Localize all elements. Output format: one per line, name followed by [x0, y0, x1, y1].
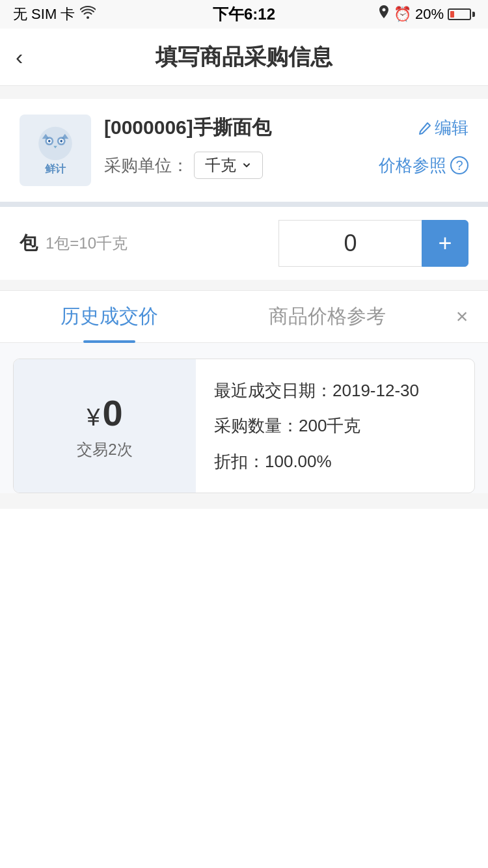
svg-point-5: [48, 140, 51, 142]
unit-badge: 包: [20, 231, 38, 256]
back-button[interactable]: ‹: [16, 44, 23, 70]
purchase-qty-row: 采购数量：200千克: [214, 414, 456, 437]
price-card: ¥0 交易2次 最近成交日期：2019-12-30 采购数量：200千克 折扣：…: [13, 359, 475, 493]
quantity-input[interactable]: [278, 220, 422, 267]
svg-point-0: [38, 127, 72, 161]
price-amount: ¥0: [87, 392, 122, 434]
discount-row: 折扣：100.00%: [214, 450, 456, 473]
quantity-plus-button[interactable]: +: [422, 220, 468, 267]
tabs-panel: 历史成交价 商品价格参考 × ¥0 交易2次 最近成交日期：2019-12-30…: [0, 290, 488, 493]
purchase-unit-row: 采购单位： 千克 价格参照 ?: [104, 152, 468, 179]
tab-history-price[interactable]: 历史成交价: [0, 291, 218, 343]
recent-date-row: 最近成交日期：2019-12-30: [214, 379, 456, 402]
status-right: ⏰ 20%: [378, 5, 475, 23]
main-content: [0, 509, 488, 868]
tab-active-indicator: [83, 340, 135, 343]
nav-bar: ‹ 填写商品采购信息: [0, 29, 488, 86]
tabs-header: 历史成交价 商品价格参考 ×: [0, 291, 488, 343]
tab-close-button[interactable]: ×: [436, 305, 488, 329]
alarm-icon: ⏰: [394, 6, 411, 23]
price-card-left: ¥0 交易2次: [14, 359, 196, 493]
price-card-right: 最近成交日期：2019-12-30 采购数量：200千克 折扣：100.00%: [196, 359, 474, 493]
product-card: 鲜计 [0000006]手撕面包 编辑 采购单位： 千克: [0, 99, 488, 202]
carrier-label: 无 SIM 卡: [13, 5, 75, 24]
product-name: [0000006]手撕面包: [104, 115, 271, 141]
location-icon: [378, 5, 390, 23]
product-image: 鲜计: [20, 115, 91, 186]
edit-button[interactable]: 编辑: [418, 116, 468, 139]
trade-count: 交易2次: [77, 439, 132, 460]
unit-selector[interactable]: 千克: [194, 152, 263, 179]
quantity-input-group: +: [278, 220, 468, 267]
status-bar: 无 SIM 卡 下午6:12 ⏰ 20%: [0, 0, 488, 29]
product-image-label: 鲜计: [45, 163, 66, 176]
unit-conversion: 1包=10千克: [46, 233, 128, 254]
product-name-row: [0000006]手撕面包 编辑: [104, 115, 468, 141]
help-icon: ?: [450, 156, 468, 174]
status-time: 下午6:12: [213, 4, 275, 25]
wifi-icon: [80, 6, 96, 23]
quantity-unit-info: 包 1包=10千克: [20, 231, 128, 256]
section-divider: [0, 202, 488, 207]
product-info: [0000006]手撕面包 编辑 采购单位： 千克 价格参照: [104, 115, 468, 179]
tab-product-price[interactable]: 商品价格参考: [218, 291, 436, 343]
quantity-row: 包 1包=10千克 +: [0, 207, 488, 280]
svg-point-6: [60, 140, 62, 142]
battery-icon: [448, 8, 475, 20]
unit-label: 采购单位：: [104, 154, 189, 177]
status-left: 无 SIM 卡: [13, 5, 96, 24]
battery-percent: 20%: [415, 6, 444, 23]
price-ref-button[interactable]: 价格参照 ?: [379, 154, 468, 177]
page-title: 填写商品采购信息: [156, 42, 332, 72]
